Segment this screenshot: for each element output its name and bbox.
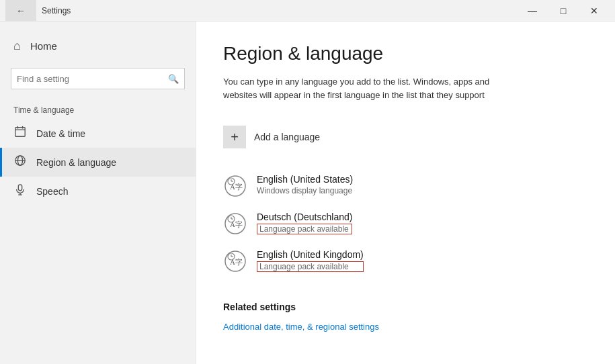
language-name-english-us: English (United States) xyxy=(257,174,353,185)
sidebar-item-region-language[interactable]: Region & language xyxy=(0,148,196,177)
sidebar: ⌂ Home 🔍 Time & language Date & time xyxy=(0,21,196,364)
svg-text:A字: A字 xyxy=(230,258,243,266)
language-info-deutsch: Deutsch (Deutschland) Language pack avai… xyxy=(257,212,352,234)
sidebar-item-date-time-label: Date & time xyxy=(36,128,85,139)
language-item-english-uk[interactable]: A字 English (United Kingdom) Language pac… xyxy=(223,242,588,280)
home-icon: ⌂ xyxy=(13,39,21,53)
language-sub-english-us: Windows display language xyxy=(257,186,353,195)
back-button[interactable]: ← xyxy=(5,0,36,21)
app-body: ⌂ Home 🔍 Time & language Date & time xyxy=(0,21,615,364)
svg-rect-0 xyxy=(15,128,25,137)
related-settings-title: Related settings xyxy=(223,302,588,312)
titlebar: ← Settings — □ ✕ xyxy=(0,0,615,21)
sidebar-item-region-language-label: Region & language xyxy=(36,157,116,168)
search-box[interactable]: 🔍 xyxy=(11,68,185,89)
page-title: Region & language xyxy=(223,43,588,64)
region-language-icon xyxy=(13,154,27,170)
language-icon-english-uk: A字 xyxy=(223,249,247,273)
related-settings-link[interactable]: Additional date, time, & regional settin… xyxy=(223,322,379,332)
sidebar-section-label: Time & language xyxy=(0,97,196,119)
language-pack-badge-deutsch: Language pack available xyxy=(257,224,352,234)
page-description: You can type in any language you add to … xyxy=(223,75,519,101)
language-name-deutsch: Deutsch (Deutschland) xyxy=(257,212,352,222)
plus-icon: + xyxy=(223,126,246,148)
sidebar-item-date-time[interactable]: Date & time xyxy=(0,119,196,148)
language-info-english-us: English (United States) Windows display … xyxy=(257,174,353,195)
sidebar-item-speech-label: Speech xyxy=(36,186,68,197)
close-button[interactable]: ✕ xyxy=(579,0,610,21)
svg-text:A字: A字 xyxy=(230,220,243,228)
maximize-button[interactable]: □ xyxy=(548,0,579,21)
language-icon-deutsch: A字 xyxy=(223,212,247,236)
sidebar-item-home[interactable]: ⌂ Home xyxy=(0,32,196,60)
date-time-icon xyxy=(13,126,27,141)
language-item-deutsch[interactable]: A字 Deutsch (Deutschland) Language pack a… xyxy=(223,205,588,242)
add-language-label: Add a language xyxy=(254,132,320,142)
titlebar-title: Settings xyxy=(36,6,517,15)
svg-rect-7 xyxy=(18,185,22,191)
language-item-english-us[interactable]: A字 English (United States) Windows displ… xyxy=(223,167,588,205)
search-icon: 🔍 xyxy=(168,74,179,84)
minimize-button[interactable]: — xyxy=(517,0,548,21)
search-input[interactable] xyxy=(17,74,168,84)
sidebar-home-label: Home xyxy=(30,40,57,52)
main-content: Region & language You can type in any la… xyxy=(196,21,615,364)
speech-icon xyxy=(13,183,27,199)
add-language-button[interactable]: + Add a language xyxy=(223,120,588,154)
language-info-english-uk: English (United Kingdom) Language pack a… xyxy=(257,249,364,272)
svg-text:A字: A字 xyxy=(230,183,243,191)
titlebar-controls: — □ ✕ xyxy=(517,0,610,21)
language-name-english-uk: English (United Kingdom) xyxy=(257,249,364,260)
sidebar-item-speech[interactable]: Speech xyxy=(0,177,196,206)
back-icon: ← xyxy=(16,5,26,16)
language-icon-english-us: A字 xyxy=(223,174,247,198)
language-pack-badge-english-uk: Language pack available xyxy=(257,261,364,272)
